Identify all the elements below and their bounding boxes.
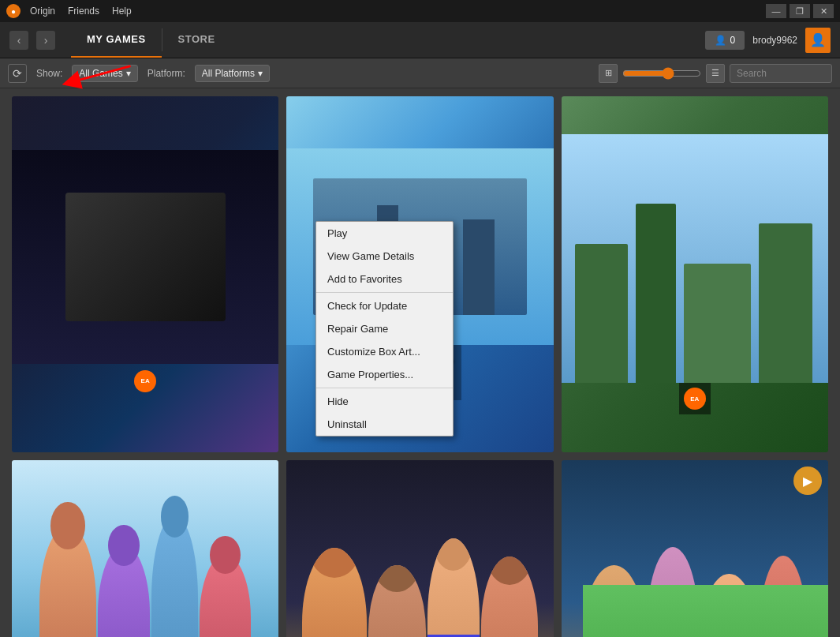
friends-button[interactable]: 👤 0 — [705, 31, 745, 50]
ctx-add-favorites[interactable]: Add to Favorites — [316, 268, 453, 290]
show-value: All Games — [79, 68, 122, 79]
game-art-sims4: The SIMS 4 maxis EA — [286, 460, 553, 637]
ctx-customize-art[interactable]: Customize Box Art... — [316, 340, 453, 363]
close-button[interactable]: ✕ — [813, 4, 834, 18]
list-view-button[interactable]: ☰ — [706, 64, 725, 83]
show-chevron-icon: ▾ — [126, 68, 131, 79]
search-input[interactable] — [730, 64, 832, 83]
game-card-dark[interactable]: EA — [12, 96, 278, 452]
game-art-city: EA — [562, 96, 828, 452]
menu-friends[interactable]: Friends — [68, 6, 99, 17]
platform-value: All Platforms — [202, 68, 255, 79]
friends-count: 0 — [730, 35, 736, 46]
game-art-sims3: The SIMS 3 maxis EA — [12, 460, 278, 637]
ea-badge-city: EA — [684, 388, 706, 410]
game-art-dark: EA — [12, 96, 278, 452]
platform-label: Platform: — [147, 68, 185, 79]
title-bar-left: ● Origin Friends Help — [6, 4, 132, 18]
user-avatar[interactable]: 👤 — [805, 28, 831, 53]
nav-back-button[interactable]: ‹ — [9, 31, 28, 50]
ctx-repair-game[interactable]: Repair Game — [316, 317, 453, 340]
game-card-sims4-demo[interactable]: ▶ The SIMS 4 CREA — [562, 460, 828, 637]
nav-tabs: MY GAMES STORE — [71, 22, 231, 58]
game-card-sims4[interactable]: The SIMS 4 maxis EA — [286, 460, 553, 637]
minimize-button[interactable]: — — [766, 4, 786, 18]
tab-my-games[interactable]: MY GAMES — [71, 22, 162, 58]
game-card-city[interactable]: EA — [562, 96, 828, 452]
show-label: Show: — [36, 68, 62, 79]
grid-view-button[interactable]: ⊞ — [599, 64, 618, 83]
title-bar: ● Origin Friends Help — ❐ ✕ — [0, 0, 840, 22]
ctx-game-properties[interactable]: Game Properties... — [316, 363, 453, 386]
ctx-uninstall[interactable]: Uninstall — [316, 413, 453, 436]
refresh-button[interactable]: ⟳ — [8, 64, 27, 83]
ctx-play[interactable]: Play — [316, 222, 453, 245]
nav-right: 👤 0 brody9962 👤 — [705, 28, 831, 53]
title-bar-menu: Origin Friends Help — [30, 6, 132, 17]
menu-origin[interactable]: Origin — [30, 6, 55, 17]
context-menu: Play View Game Details Add to Favorites … — [315, 221, 454, 437]
size-slider[interactable] — [622, 67, 701, 80]
menu-help[interactable]: Help — [112, 6, 132, 17]
ctx-view-game-details[interactable]: View Game Details — [316, 245, 453, 268]
toolbar: ⟳ Show: All Games ▾ Platform: All Platfo… — [0, 58, 840, 88]
game-art-sims4-demo: ▶ The SIMS 4 CREA — [562, 460, 828, 637]
platform-dropdown[interactable]: All Platforms ▾ — [195, 65, 270, 82]
friends-icon: 👤 — [715, 35, 726, 46]
game-card-sims3[interactable]: The SIMS 3 maxis EA — [12, 460, 278, 637]
ctx-separator-1 — [316, 292, 453, 293]
maximize-button[interactable]: ❐ — [790, 4, 810, 18]
platform-chevron-icon: ▾ — [258, 68, 263, 79]
username-label: brody9962 — [752, 35, 797, 46]
ctx-check-update[interactable]: Check for Update — [316, 294, 453, 317]
tab-store[interactable]: STORE — [162, 22, 231, 58]
nav-bar: ‹ › MY GAMES STORE 👤 0 brody9962 👤 — [0, 22, 840, 58]
ctx-hide[interactable]: Hide — [316, 390, 453, 413]
view-controls: ⊞ ☰ — [599, 64, 832, 83]
show-dropdown[interactable]: All Games ▾ — [72, 65, 137, 82]
play-badge-icon: ▶ — [793, 467, 822, 495]
ea-badge-dark: EA — [134, 370, 156, 392]
nav-forward-button[interactable]: › — [36, 31, 55, 50]
app-logo: ● — [6, 4, 21, 18]
ctx-separator-2 — [316, 388, 453, 388]
title-bar-controls: — ❐ ✕ — [766, 4, 834, 18]
